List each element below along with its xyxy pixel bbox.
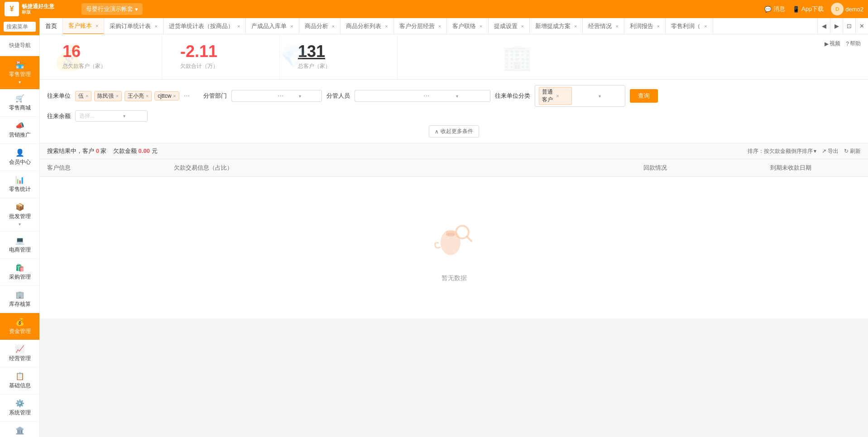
sidebar-item-operations[interactable]: 📈经营管理 <box>0 340 39 367</box>
sidebar-item-retail-stats[interactable]: 📊零售统计 <box>0 171 39 198</box>
search-input[interactable] <box>4 22 36 32</box>
tab-close-icon[interactable]: × <box>237 24 240 29</box>
table-header: 客户信息 欠款交易信息（占比） 回款情况 到期未收款日期 <box>40 159 868 177</box>
refresh-icon: ↻ <box>844 148 849 154</box>
user-menu[interactable]: D demo2 <box>831 3 863 15</box>
tag-close-button[interactable]: × <box>115 93 118 99</box>
query-button[interactable]: 查询 <box>630 89 658 103</box>
finance-icon: 💰 <box>15 318 24 326</box>
tab-accounts[interactable]: 客户账本× <box>63 18 104 34</box>
system-icon: ⚙️ <box>15 399 24 408</box>
more-tags-button[interactable]: ··· <box>184 92 190 100</box>
sidebar-item-system[interactable]: ⚙️系统管理 <box>0 394 39 422</box>
video-button[interactable]: ▶ 视频 <box>825 40 840 48</box>
sidebar-item-enterprise[interactable]: 🏛️企业协同 <box>0 422 39 437</box>
sidebar-item-marketing[interactable]: 📣营销推广 <box>0 117 39 144</box>
debt-amount-value: -2.11 <box>180 43 217 60</box>
tab-close-icon[interactable]: × <box>332 24 335 29</box>
nav-close-all-button[interactable]: ✕ <box>855 18 868 34</box>
nav-expand-button[interactable]: ⊡ <box>843 18 855 34</box>
tab-purchase-orders[interactable]: 采购订单统计表× <box>104 18 163 34</box>
tab-close-icon[interactable]: × <box>574 24 577 29</box>
tab-close-icon[interactable]: × <box>290 24 293 29</box>
sidebar-item-wholesale[interactable]: 📦批发管理▾ <box>0 198 39 232</box>
tab-close-icon[interactable]: × <box>704 24 707 29</box>
tab-inbound-stats[interactable]: 进货单统计表（按商品）× <box>163 18 246 34</box>
tab-close-icon[interactable]: × <box>438 24 441 29</box>
stat-debt-amount: -2.11 欠款合计（万） <box>162 34 280 79</box>
tab-product-analysis-list[interactable]: 商品分析列表× <box>340 18 393 34</box>
sort-select[interactable]: 排序：按欠款金额倒序排序 ▾ <box>748 147 816 155</box>
chevron-down-icon: ▾ <box>299 94 318 99</box>
quick-nav-item[interactable]: 快捷导航 <box>0 39 39 52</box>
question-icon: ? <box>846 41 849 47</box>
tab-home[interactable]: 首页 <box>40 18 63 34</box>
tab-close-icon[interactable]: × <box>154 24 157 29</box>
sidebar-item-inventory[interactable]: 🏢库存核算 <box>0 286 39 313</box>
sidebar-item-retail[interactable]: 🏪零售管理▾ <box>0 56 39 90</box>
sidebar-item-ecommerce[interactable]: 💻电商管理 <box>0 232 39 259</box>
store-selector[interactable]: 母婴行业演示帐套 ▾ <box>82 3 143 15</box>
unit-tag: cjttcw× <box>154 91 179 100</box>
procurement-icon: 🛍️ <box>15 263 24 272</box>
nav-tabs-bar: 首页客户账本×采购订单统计表×进货单统计表（按商品）×产成品入库单×商品分析×商… <box>40 18 868 34</box>
tab-close-icon[interactable]: × <box>385 24 388 29</box>
tab-close-icon[interactable]: × <box>480 24 482 29</box>
sidebar-item-label: 零售统计 <box>9 185 31 193</box>
tab-production-inbound[interactable]: 产成品入库单× <box>246 18 299 34</box>
svg-point-2 <box>446 233 455 237</box>
unit-tag: 陈民强× <box>94 91 121 101</box>
sidebar-item-label: 采购管理 <box>9 273 31 281</box>
tab-retail-profit[interactable]: 零售利润（× <box>666 18 713 34</box>
tab-close-icon[interactable]: × <box>615 24 618 29</box>
category-select[interactable]: 普通客户 × ▾ <box>535 85 625 107</box>
tab-profit-report[interactable]: 利润报告× <box>624 18 666 34</box>
total-debtors-label: 总欠款客户（家） <box>62 62 106 70</box>
app-download-button[interactable]: 📱 App下载 <box>792 5 824 13</box>
tag-close-button[interactable]: × <box>146 93 149 99</box>
category-tag: 普通客户 × <box>539 87 571 105</box>
stat-total-customers: 131 总客户（家） <box>280 34 398 79</box>
collapse-button[interactable]: ∧ 收起更多条件 <box>429 125 479 138</box>
nav-right-button[interactable]: ▶ <box>830 18 843 34</box>
logo-main: 畅捷通好生意 <box>22 3 54 10</box>
sidebar-item-procurement[interactable]: 🛍️采购管理 <box>0 259 39 286</box>
balance-select[interactable]: 选择... ▾ <box>75 110 148 122</box>
stat-total-debtors: 16 总欠款客户（家） <box>44 34 162 79</box>
export-button[interactable]: ↗ 导出 <box>822 147 839 155</box>
tab-close-icon[interactable]: × <box>657 24 660 29</box>
tab-close-icon[interactable]: × <box>96 23 98 28</box>
tag-close-button[interactable]: × <box>86 93 88 99</box>
retail-icon: 🏪 <box>15 61 24 69</box>
chevron-down-icon: ▾ <box>19 222 21 227</box>
department-select[interactable]: ··· ▾ <box>231 90 322 102</box>
tab-customer-contacts[interactable]: 客户联络× <box>447 18 488 34</box>
tab-customer-segmentation[interactable]: 客户分层经营× <box>394 18 447 34</box>
category-tag-close[interactable]: × <box>556 93 568 99</box>
help-button[interactable]: ? 帮助 <box>846 40 861 48</box>
chevron-down-icon: ▾ <box>599 94 621 99</box>
nav-left-button[interactable]: ◀ <box>817 18 830 34</box>
person-select[interactable]: ··· ▾ <box>355 90 490 102</box>
sort-label: 排序：按欠款金额倒序排序 <box>748 147 813 155</box>
chevron-down-icon: ▾ <box>123 114 144 119</box>
tab-close-icon[interactable]: × <box>521 24 524 29</box>
sidebar-item-finance[interactable]: 💰资金管理 <box>0 313 39 340</box>
sidebar-item-label: 零售管理 <box>9 71 31 78</box>
operations-icon: 📈 <box>15 345 24 353</box>
sidebar-item-members[interactable]: 👤会员中心 <box>0 144 39 171</box>
tab-promotion-settings[interactable]: 提成设置× <box>489 18 530 34</box>
message-button[interactable]: 💬 消息 <box>764 5 785 13</box>
sidebar-item-retail-mall[interactable]: 🛒零售商城 <box>0 90 39 117</box>
empty-state: 暂无数据 <box>40 177 868 318</box>
tab-management[interactable]: 经营情况× <box>583 18 624 34</box>
sidebar-item-basic[interactable]: 📋基础信息 <box>0 367 39 394</box>
sidebar-item-label: 电商管理 <box>9 246 31 254</box>
sidebar-item-label: 零售商城 <box>9 104 31 112</box>
tab-product-analysis[interactable]: 商品分析× <box>299 18 340 34</box>
tag-close-button[interactable]: × <box>173 93 176 99</box>
avatar: D <box>831 3 844 15</box>
refresh-button[interactable]: ↻ 刷新 <box>844 147 861 155</box>
sidebar-item-label: 库存核算 <box>9 300 31 308</box>
tab-new-promotion[interactable]: 新增提成方案× <box>530 18 583 34</box>
